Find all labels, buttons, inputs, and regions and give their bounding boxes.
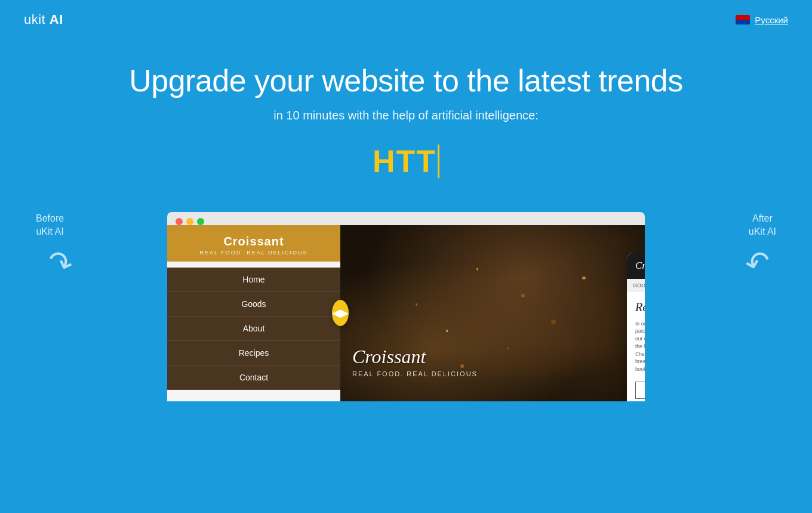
hero-subtitle: in 10 minutes with the help of artificia… [12, 109, 800, 122]
before-website-panel: Croissant REAL FOOD. REAL DELICIOUS Home… [167, 225, 340, 401]
old-site-subtitle: REAL FOOD. REAL DELICIOUS [173, 250, 334, 256]
browser-content: Croissant REAL FOOD. REAL DELICIOUS Home… [167, 225, 645, 401]
before-arrow-icon: ↷ [44, 244, 78, 281]
browser-mockup: Croissant REAL FOOD. REAL DELICIOUS Home… [167, 212, 645, 401]
old-nav-recipes[interactable]: Recipes [167, 341, 340, 365]
mobile-header: Croissant [627, 253, 645, 279]
old-site-nav: Home Goods About Recipes Contact [167, 268, 340, 390]
mobile-content: Reservations In our cafe area you are in… [627, 292, 645, 401]
old-site-header: Croissant REAL FOOD. REAL DELICIOUS [167, 225, 340, 262]
old-site-title: Croissant [173, 235, 334, 248]
slider-button[interactable]: ◀▶ [332, 300, 349, 326]
mobile-body-text: In our cafe area you are invited to purc… [635, 320, 645, 373]
flag-icon [736, 15, 750, 24]
browser-chrome [167, 212, 645, 225]
mobile-logo: Croissant [635, 260, 645, 272]
browser-minimize-dot [186, 218, 193, 225]
comparison-section: Before uKit AI ↷ After uKit AI ↷ Croissa… [0, 212, 812, 401]
hero-title: Upgrade your website to the latest trend… [12, 63, 800, 99]
before-label: Before uKit AI [36, 212, 64, 239]
old-nav-goods[interactable]: Goods [167, 292, 340, 317]
mobile-nav-goods[interactable]: GOODS [633, 282, 645, 288]
old-nav-about[interactable]: About [167, 317, 340, 341]
typing-cursor [438, 145, 439, 178]
language-link[interactable]: Русский [755, 15, 788, 25]
mobile-nav-bar: GOODS ABOUT RECIPES CONTACT [627, 279, 645, 292]
language-switcher[interactable]: Русский [736, 15, 788, 25]
after-arrow-icon: ↷ [742, 245, 774, 280]
after-website-panel: Croissant REAL FOOD. REAL DELICIOUS [340, 225, 645, 401]
new-site-tagline: REAL FOOD. REAL DELICIOUS [352, 370, 478, 377]
new-site-title: Croissant [352, 346, 478, 368]
mobile-mockup: Croissant GOODS ABOUT RECIPES CONTACT [627, 253, 645, 401]
logo: ukit AI [24, 12, 63, 27]
hero-section: Upgrade your website to the latest trend… [0, 39, 812, 194]
old-nav-home[interactable]: Home [167, 268, 340, 292]
header: ukit AI Русский [0, 0, 812, 39]
typed-text: HTT [373, 143, 436, 179]
browser-maximize-dot [197, 218, 204, 225]
new-site-overlay: Croissant REAL FOOD. REAL DELICIOUS [352, 346, 478, 377]
browser-close-dot [176, 218, 183, 225]
slider-arrows-icon: ◀▶ [332, 308, 349, 318]
old-nav-contact[interactable]: Contact [167, 365, 340, 390]
mobile-cta-button[interactable]: BOOK A TABLE [635, 382, 645, 399]
mobile-page-heading: Reservations [635, 300, 645, 314]
after-label: After uKit AI [749, 212, 776, 239]
typing-display: HTT [12, 140, 800, 182]
